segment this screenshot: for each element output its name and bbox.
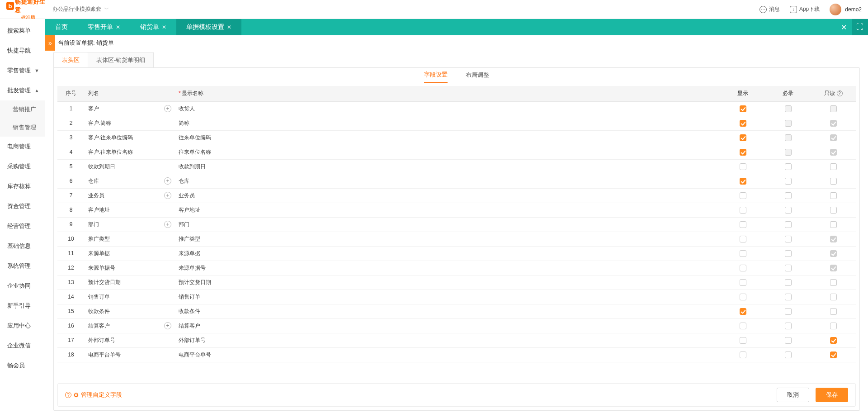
checkbox[interactable] [830, 279, 837, 286]
checkbox[interactable] [740, 120, 746, 127]
sidebar-item[interactable]: 库存核算 [0, 176, 45, 196]
checkbox[interactable] [785, 207, 792, 214]
messages-button[interactable]: ⋯ 消息 [760, 5, 780, 13]
close-icon[interactable]: ✕ [162, 24, 166, 30]
checkbox[interactable] [830, 178, 837, 185]
sidebar-item[interactable]: 零售管理▼ [0, 61, 45, 81]
checkbox[interactable] [785, 178, 792, 185]
username[interactable]: demo2 [845, 6, 862, 13]
sidebar-item[interactable]: 应用中心 [0, 316, 45, 336]
page-tab[interactable]: 销货单✕ [130, 19, 176, 35]
cell-display-name[interactable]: 收款条件 [175, 304, 720, 318]
sidebar-item[interactable]: 采购管理 [0, 157, 45, 176]
checkbox[interactable] [830, 352, 837, 358]
checkbox[interactable] [740, 178, 746, 185]
cell-display-name[interactable]: 外部订单号 [175, 333, 720, 347]
cell-display-name[interactable]: 部门 [175, 217, 720, 232]
manage-custom-fields-link[interactable]: ? ⚙ 管理自定义字段 [65, 391, 122, 399]
checkbox[interactable] [830, 294, 837, 300]
checkbox[interactable] [785, 192, 792, 199]
sidebar-item[interactable]: 新手引导 [0, 296, 45, 316]
cell-display-name[interactable]: 来源单据号 [175, 261, 720, 275]
checkbox[interactable] [785, 337, 792, 344]
checkbox[interactable] [830, 337, 837, 344]
cell-display-name[interactable]: 预计交货日期 [175, 275, 720, 290]
checkbox[interactable] [740, 308, 746, 315]
cell-display-name[interactable]: 来源单据 [175, 246, 720, 261]
checkbox[interactable] [740, 192, 746, 199]
checkbox[interactable] [830, 323, 837, 329]
sidebar-item[interactable]: 企业微信 [0, 336, 45, 356]
sidebar-item[interactable]: 资金管理 [0, 196, 45, 216]
checkbox[interactable] [830, 207, 837, 214]
checkbox[interactable] [785, 279, 792, 286]
checkbox[interactable] [740, 163, 746, 170]
sidebar-item[interactable]: 畅会员 [0, 356, 45, 375]
page-tab[interactable]: 零售开单✕ [78, 19, 130, 35]
checkbox[interactable] [785, 163, 792, 170]
page-tab[interactable]: 单据模板设置✕ [176, 19, 241, 35]
checkbox[interactable] [785, 308, 792, 315]
checkbox[interactable] [740, 221, 746, 228]
sidebar-item[interactable]: 快捷导航 [0, 41, 45, 61]
checkbox[interactable] [740, 265, 746, 271]
cell-display-name[interactable]: 简称 [175, 116, 720, 130]
checkbox[interactable] [785, 294, 792, 300]
checkbox[interactable] [740, 352, 746, 358]
cell-display-name[interactable]: 客户地址 [175, 203, 720, 217]
cancel-button[interactable]: 取消 [777, 388, 809, 402]
cell-display-name[interactable]: 往来单位编码 [175, 130, 720, 145]
page-tab[interactable]: 首页 [45, 19, 78, 35]
checkbox[interactable] [830, 163, 837, 170]
cell-display-name[interactable]: 业务员 [175, 188, 720, 203]
sidebar-subitem[interactable]: 营销推广 [0, 100, 45, 119]
close-icon[interactable]: ✕ [116, 24, 120, 30]
add-icon[interactable]: + [164, 221, 171, 228]
checkbox[interactable] [830, 192, 837, 199]
cell-display-name[interactable]: 结算客户 [175, 318, 720, 333]
checkbox[interactable] [740, 337, 746, 344]
sidebar-item[interactable]: 基础信息 [0, 236, 45, 256]
mode-tab[interactable]: 布局调整 [466, 71, 489, 83]
sidebar-item[interactable]: 搜索菜单 [0, 21, 45, 41]
sidebar-item[interactable]: 系统管理 [0, 256, 45, 276]
sidebar-subitem[interactable]: 销售管理 [0, 119, 45, 137]
checkbox[interactable] [740, 236, 746, 242]
cell-display-name[interactable]: 收款到期日 [175, 159, 720, 174]
sidebar-item[interactable]: 经营管理 [0, 216, 45, 236]
checkbox[interactable] [740, 250, 746, 257]
checkbox[interactable] [830, 308, 837, 315]
checkbox[interactable] [740, 134, 746, 141]
cell-display-name[interactable]: 收货人 [175, 101, 720, 116]
checkbox[interactable] [830, 221, 837, 228]
checkbox[interactable] [785, 221, 792, 228]
sidebar-item[interactable]: 电商管理 [0, 137, 45, 157]
cell-display-name[interactable]: 往来单位名称 [175, 145, 720, 159]
add-icon[interactable]: + [164, 105, 171, 112]
area-tab[interactable]: 表体区-销货单明细 [88, 52, 154, 68]
close-all-tabs-button[interactable]: ✕ [835, 19, 852, 35]
checkbox[interactable] [740, 279, 746, 286]
sidebar-item[interactable]: 批发管理▲ [0, 81, 45, 100]
app-download-button[interactable]: ↓ App下载 [790, 5, 820, 13]
area-tab[interactable]: 表头区 [53, 52, 88, 68]
checkbox[interactable] [740, 149, 746, 156]
avatar[interactable] [830, 4, 841, 15]
checkbox[interactable] [785, 352, 792, 358]
help-icon[interactable]: ? [837, 90, 843, 96]
sidebar-item[interactable]: 企业协同 [0, 276, 45, 296]
close-icon[interactable]: ✕ [227, 24, 231, 30]
checkbox[interactable] [785, 250, 792, 257]
checkbox[interactable] [740, 207, 746, 214]
add-icon[interactable]: + [164, 177, 171, 185]
add-icon[interactable]: + [164, 192, 171, 199]
cell-display-name[interactable]: 仓库 [175, 174, 720, 188]
checkbox[interactable] [740, 294, 746, 300]
checkbox[interactable] [785, 323, 792, 329]
expand-handle-icon[interactable]: » [45, 35, 55, 51]
checkbox[interactable] [785, 265, 792, 271]
cell-display-name[interactable]: 电商平台单号 [175, 347, 720, 362]
cell-display-name[interactable]: 销售订单 [175, 290, 720, 304]
cell-display-name[interactable]: 推广类型 [175, 232, 720, 246]
checkbox[interactable] [740, 105, 746, 112]
